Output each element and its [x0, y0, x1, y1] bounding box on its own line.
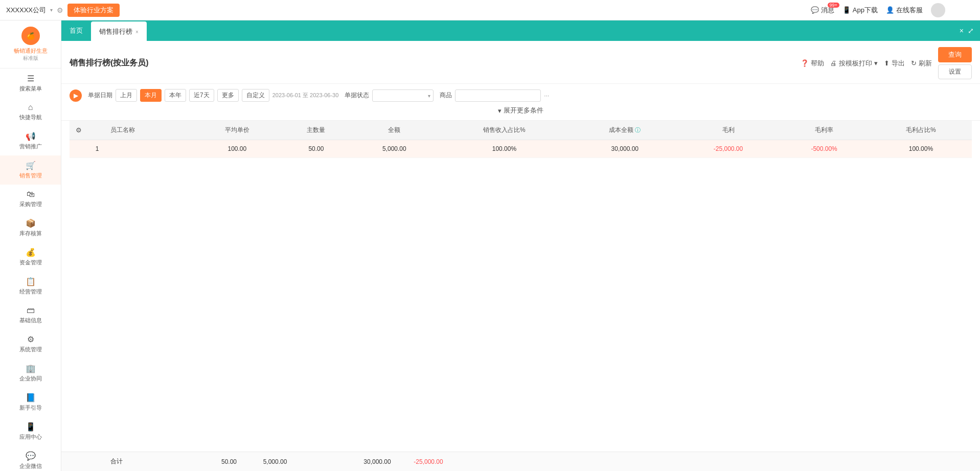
date-btn-more[interactable]: 更多: [217, 89, 239, 102]
sidebar-item-quick-nav[interactable]: ⌂ 快捷导航: [0, 98, 61, 126]
online-service-btn[interactable]: 👤 在线客服: [886, 6, 923, 15]
message-badge: 99+: [828, 3, 839, 8]
logo-sub: 标准版: [23, 55, 38, 62]
app-download-btn[interactable]: 📱 App下载: [842, 6, 878, 15]
marketing-icon: 📢: [26, 131, 36, 141]
tab-close-icon[interactable]: ×: [135, 29, 139, 35]
settings-button[interactable]: 设置: [938, 64, 972, 79]
tab-home[interactable]: 首页: [61, 20, 91, 41]
sidebar-item-sales[interactable]: 🛒 销售管理: [0, 155, 61, 185]
export-btn[interactable]: ⬆ 导出: [884, 59, 905, 68]
gear-col-icon[interactable]: ⚙: [76, 126, 82, 134]
tab-minimize-icon[interactable]: ×: [960, 27, 964, 35]
tab-maximize-icon[interactable]: ⤢: [968, 27, 974, 35]
template-print-label: 按模板打印: [839, 59, 872, 68]
col-cost: 成本全额 ⓘ: [572, 121, 678, 140]
sidebar-item-purchase[interactable]: 🛍 采购管理: [0, 185, 61, 213]
logo-symbol: 🍊: [27, 32, 35, 40]
sidebar-item-inventory[interactable]: 📦 库存核算: [0, 213, 61, 242]
cell-qty: 50.00: [281, 140, 352, 158]
inventory-icon: 📦: [26, 218, 36, 228]
sales-icon: 🛒: [26, 161, 36, 170]
status-select[interactable]: [372, 89, 434, 102]
date-btn-custom[interactable]: 自定义: [242, 89, 269, 102]
cell-avg-price: 100.00: [194, 140, 281, 158]
export-icon: ⬆: [884, 59, 890, 67]
date-btn-this-month[interactable]: 本月: [140, 89, 162, 102]
goods-input[interactable]: [455, 89, 541, 102]
template-print-btn[interactable]: 🖨 按模板打印 ▾: [830, 59, 878, 68]
goods-more-icon[interactable]: ···: [544, 92, 549, 99]
col-gross-pct: 毛利占比%: [870, 121, 972, 140]
wechat-icon: 💬: [26, 451, 36, 461]
sidebar-item-guide[interactable]: 📘 新手引导: [0, 388, 61, 417]
sidebar-item-wechat[interactable]: 💬 企业微信: [0, 446, 61, 471]
sidebar: 🍊 畅销通好生意 标准版 ☰ 搜索菜单 ⌂ 快捷导航 📢 营销推广 🛒 销售管理…: [0, 20, 61, 471]
sidebar-label-guide: 新手引导: [19, 404, 42, 412]
col-rank: [88, 121, 106, 140]
sidebar-label-inventory: 库存核算: [19, 230, 42, 237]
table-body: 1 100.00 50.00 5,000.00 100.00% 30,000.0…: [70, 140, 972, 158]
col-qty: 主数量: [281, 121, 352, 140]
message-area[interactable]: 💬 消息 99+: [811, 6, 834, 15]
tab-right-actions: × ⤢: [960, 27, 980, 35]
sidebar-item-system[interactable]: ⚙ 系统管理: [0, 329, 61, 358]
help-btn[interactable]: ❓ 帮助: [801, 59, 824, 68]
cell-cost: 30,000.00: [572, 140, 678, 158]
company-name: XXXXXX公司: [6, 6, 46, 15]
col-employee: 员工名称: [106, 121, 194, 140]
status-filter-group: 单据状态: [345, 89, 434, 102]
table-container: ⚙ 员工名称 平均单价 主数量 全额 销售收入占比% 成本全额 ⓘ 毛利 毛利率…: [61, 121, 980, 452]
summary-gross: -25,000.00: [403, 458, 454, 465]
online-service-label: 在线客服: [896, 6, 923, 15]
table-row: 1 100.00 50.00 5,000.00 100.00% 30,000.0…: [70, 140, 972, 158]
page-content: 销售排行榜(按业务员) ❓ 帮助 🖨 按模板打印 ▾ ⬆ 导出: [61, 41, 980, 471]
cell-employee: [106, 140, 194, 158]
sidebar-label-marketing: 营销推广: [19, 143, 42, 150]
topbar-gear-icon[interactable]: ⚙: [57, 6, 63, 14]
sidebar-item-search[interactable]: ☰ 搜索菜单: [0, 69, 61, 98]
date-btn-7days[interactable]: 近7天: [189, 89, 214, 102]
expand-btn[interactable]: ▾ 展开更多条件: [498, 106, 543, 115]
refresh-btn[interactable]: ↻ 刷新: [911, 59, 932, 68]
summary-qty: 50.00: [209, 458, 249, 465]
enterprise-icon: 🏢: [26, 364, 36, 373]
service-icon: 👤: [886, 6, 894, 14]
finance-icon: 💰: [26, 248, 36, 257]
logo-name: 畅销通好生意: [14, 47, 48, 55]
date-btn-this-year[interactable]: 本年: [165, 89, 186, 102]
operations-icon: 📋: [26, 277, 36, 286]
summary-label: 合计: [106, 457, 168, 466]
sidebar-item-app-center[interactable]: 📱 应用中心: [0, 417, 61, 446]
summary-cost: 30,000.00: [352, 458, 403, 465]
tab-bar: 首页 销售排行榜 × × ⤢: [61, 20, 980, 41]
avatar[interactable]: [931, 3, 945, 17]
sidebar-item-finance[interactable]: 💰 资金管理: [0, 242, 61, 272]
app-icon: 📱: [842, 6, 851, 14]
tab-sales-ranking[interactable]: 销售排行榜 ×: [91, 21, 147, 42]
topbar: XXXXXX公司 ▾ ⚙ 体验行业方案 💬 消息 99+ 📱 App下载 👤 在…: [0, 0, 980, 20]
logo-icon: 🍊: [21, 27, 40, 45]
sidebar-item-marketing[interactable]: 📢 营销推广: [0, 126, 61, 155]
sidebar-item-basic-info[interactable]: 🗃 基础信息: [0, 301, 61, 329]
sidebar-logo: 🍊 畅销通好生意 标准版: [0, 20, 61, 69]
date-range-display: 2023-06-01 至 2023-06-30: [272, 92, 339, 99]
page-actions: ❓ 帮助 🖨 按模板打印 ▾ ⬆ 导出 ↻ 刷新: [801, 47, 972, 79]
table-head: ⚙ 员工名称 平均单价 主数量 全额 销售收入占比% 成本全额 ⓘ 毛利 毛利率…: [70, 121, 972, 140]
company-dropdown-icon[interactable]: ▾: [50, 7, 53, 13]
trial-button[interactable]: 体验行业方案: [67, 4, 120, 17]
cell-gross: -25,000.00: [678, 140, 779, 158]
sidebar-label-search: 搜索菜单: [19, 85, 42, 93]
date-btn-last-month[interactable]: 上月: [116, 89, 137, 102]
query-button[interactable]: 查询: [938, 47, 972, 62]
summary-row: 合计 50.00 5,000.00 30,000.00 -25,000.00: [61, 452, 980, 471]
filter-toggle-btn[interactable]: ▶: [70, 89, 82, 102]
col-gross: 毛利: [678, 121, 779, 140]
cell-gross-pct: 100.00%: [870, 140, 972, 158]
cost-info-icon[interactable]: ⓘ: [635, 127, 641, 133]
app-download-label: App下载: [853, 6, 878, 15]
app-center-icon: 📱: [26, 422, 36, 432]
cell-sales-pct: 100.00%: [437, 140, 572, 158]
sidebar-item-operations[interactable]: 📋 经营管理: [0, 272, 61, 301]
sidebar-item-enterprise[interactable]: 🏢 企业协同: [0, 358, 61, 388]
